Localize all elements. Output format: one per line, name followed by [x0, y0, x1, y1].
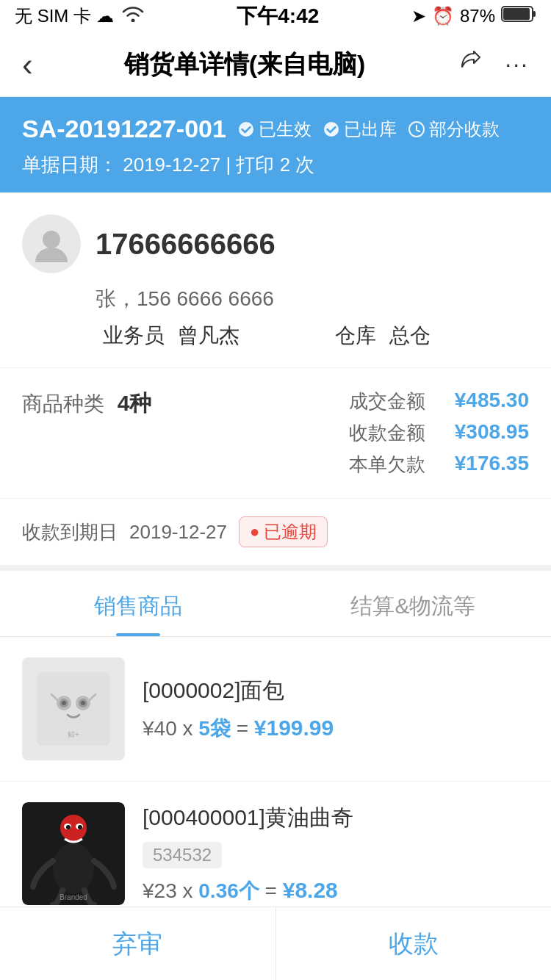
cancel-review-button[interactable]: 弃审 — [0, 907, 276, 980]
location-icon: ➤ — [411, 6, 426, 26]
due-date-value: 2019-12-27 — [129, 521, 227, 544]
due-date-section: 收款到期日 2019-12-27 ● 已逾期 — [0, 499, 551, 571]
status-bar-time: 下午4:42 — [237, 2, 319, 30]
svg-point-20 — [66, 825, 71, 829]
status-active-label: 已生效 — [259, 118, 311, 141]
product-name-bread: [0000002]面包 — [143, 676, 529, 706]
nav-right-buttons: ··· — [456, 48, 529, 81]
product-price-cookie: ¥23 x 0.36个 = ¥8.28 — [143, 877, 529, 905]
share-button[interactable] — [456, 48, 483, 81]
sales-person: 业务员 曾凡杰 — [96, 322, 240, 350]
product-item-cookie: Branded [000400001]黄油曲奇 534532 ¥23 x 0.3… — [0, 782, 551, 926]
status-bar: 无 SIM 卡 ☁ 下午4:42 ➤ ⏰ 87% — [0, 0, 551, 32]
svg-point-6 — [43, 231, 60, 248]
date-label: 单据日期： — [22, 154, 118, 176]
tab-settlement[interactable]: 结算&物流等 — [276, 571, 551, 636]
warehouse: 仓库 总仓 — [328, 322, 431, 350]
product-qty-cookie: 0.36个 — [198, 879, 259, 902]
order-summary: 商品种类 4种 成交金额 ¥485.30 收款金额 ¥308.95 本单欠款 ¥… — [0, 368, 551, 499]
tab-products-label: 销售商品 — [94, 594, 182, 618]
debt-row: 本单欠款 ¥176.35 — [349, 452, 529, 478]
product-info-bread: [0000002]面包 ¥40 x 5袋 = ¥199.99 — [143, 657, 529, 760]
overdue-icon: ● — [250, 522, 259, 541]
svg-point-21 — [78, 825, 82, 829]
product-qty-bread: 5袋 — [198, 717, 231, 740]
tab-settlement-label: 结算&物流等 — [350, 594, 475, 618]
alarm-icon: ⏰ — [432, 6, 454, 26]
warehouse-value: 总仓 — [389, 324, 431, 347]
svg-point-16 — [60, 815, 87, 841]
amount-value: ¥485.30 — [455, 389, 529, 414]
collected-label: 收款金额 — [349, 420, 425, 446]
goods-type-label: 商品种类 — [22, 392, 104, 415]
svg-text:Branded: Branded — [60, 893, 87, 901]
print-info: | 打印 2 次 — [226, 154, 314, 176]
customer-meta: 业务员 曾凡杰 仓库 总仓 — [96, 322, 529, 350]
svg-point-13 — [81, 701, 85, 705]
amount-row: 成交金额 ¥485.30 — [349, 389, 529, 414]
warehouse-label: 仓库 — [335, 324, 376, 347]
order-header-banner: SA-20191227-001 已生效 已出库 部分收款 单据日期： 2019-… — [0, 97, 551, 192]
product-list: 鲸+ [0000002]面包 ¥40 x 5袋 = ¥199.99 — [0, 637, 551, 926]
order-id: SA-20191227-001 — [22, 115, 226, 143]
product-price-bread: ¥40 x 5袋 = ¥199.99 — [143, 715, 529, 743]
product-unit-price-cookie: ¥23 — [143, 879, 177, 902]
avatar — [22, 215, 81, 273]
product-total-cookie: ¥8.28 — [283, 878, 338, 902]
product-sku-cookie: 534532 — [143, 842, 222, 868]
overdue-text: 已逾期 — [264, 520, 317, 544]
status-bar-right: ➤ ⏰ 87% — [411, 4, 536, 28]
product-image-cookie: Branded — [22, 802, 125, 905]
order-date: 2019-12-27 — [123, 154, 220, 176]
product-image-bread: 鲸+ — [22, 657, 125, 760]
status-shipped: 已出库 — [323, 118, 397, 141]
goods-type-value: 4种 — [118, 391, 152, 415]
sim-status: 无 SIM 卡 ☁ — [15, 4, 114, 28]
status-bar-left: 无 SIM 卡 ☁ — [15, 4, 145, 28]
status-shipped-label: 已出库 — [344, 118, 397, 141]
customer-row: 17666666666 — [22, 215, 529, 273]
svg-rect-2 — [503, 8, 530, 20]
product-info-cookie: [000400001]黄油曲奇 534532 ¥23 x 0.36个 = ¥8.… — [143, 802, 529, 905]
battery-icon — [501, 4, 536, 28]
svg-point-3 — [239, 122, 253, 137]
svg-point-4 — [324, 122, 339, 137]
collected-row: 收款金额 ¥308.95 — [349, 420, 529, 446]
tab-products[interactable]: 销售商品 — [0, 571, 276, 636]
svg-point-17 — [53, 843, 94, 894]
tabs-container: 销售商品 结算&物流等 — [0, 571, 551, 637]
nav-bar: ‹ 销货单详情(来自电脑) ··· — [0, 32, 551, 97]
sales-label: 业务员 — [103, 324, 165, 347]
amount-summary: 成交金额 ¥485.30 收款金额 ¥308.95 本单欠款 ¥176.35 — [349, 389, 529, 478]
debt-value: ¥176.35 — [455, 452, 529, 478]
product-name-cookie: [000400001]黄油曲奇 — [143, 803, 529, 833]
more-button[interactable]: ··· — [505, 51, 529, 78]
svg-rect-1 — [533, 11, 536, 17]
banner-row1: SA-20191227-001 已生效 已出库 部分收款 — [22, 115, 529, 143]
back-button[interactable]: ‹ — [22, 46, 33, 83]
svg-point-12 — [62, 701, 66, 705]
status-partial-label: 部分收款 — [429, 118, 500, 141]
product-total-bread: ¥199.99 — [254, 716, 334, 740]
customer-section: 17666666666 张，156 6666 6666 业务员 曾凡杰 仓库 总… — [0, 192, 551, 368]
debt-label: 本单欠款 — [349, 452, 425, 478]
amount-label: 成交金额 — [349, 389, 425, 414]
sales-person-value: 曾凡杰 — [178, 324, 240, 347]
customer-name: 张，156 6666 6666 — [96, 285, 529, 313]
status-partial: 部分收款 — [408, 118, 500, 141]
overdue-badge: ● 已逾期 — [239, 516, 328, 547]
collected-value: ¥308.95 — [455, 420, 529, 446]
order-date-info: 单据日期： 2019-12-27 | 打印 2 次 — [22, 152, 529, 178]
wifi-icon — [121, 6, 145, 26]
svg-text:鲸+: 鲸+ — [68, 730, 79, 738]
product-unit-price-bread: ¥40 — [143, 717, 177, 740]
battery-level: 87% — [460, 6, 495, 26]
customer-phone: 17666666666 — [96, 228, 276, 261]
collect-payment-button[interactable]: 收款 — [276, 907, 552, 980]
status-active: 已生效 — [238, 118, 311, 141]
product-item: 鲸+ [0000002]面包 ¥40 x 5袋 = ¥199.99 — [0, 637, 551, 782]
due-label: 收款到期日 — [22, 519, 118, 545]
page-title: 销货单详情(来自电脑) — [124, 48, 366, 82]
bottom-bar: 弃审 收款 — [0, 907, 551, 980]
goods-type: 商品种类 4种 — [22, 389, 151, 419]
